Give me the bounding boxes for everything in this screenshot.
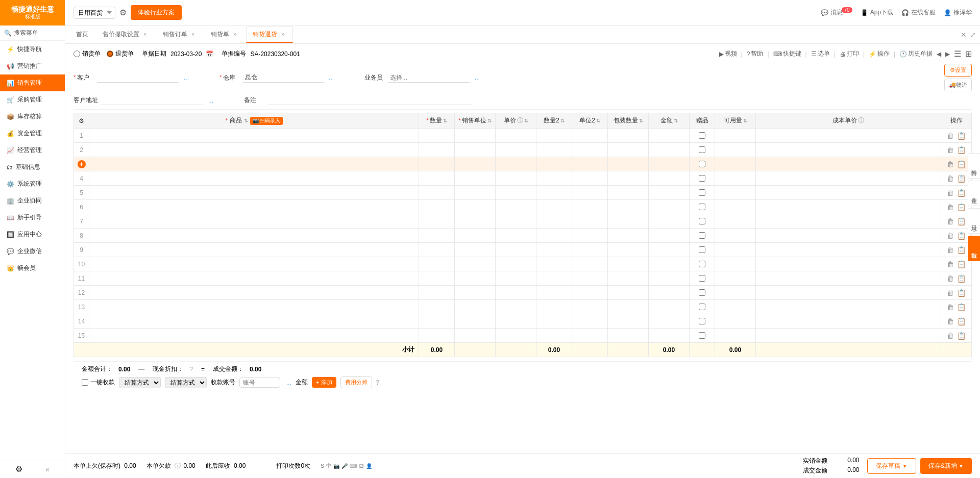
delete-icon[interactable]: 🗑 [947, 232, 954, 240]
price-info-icon[interactable]: ⓘ [517, 116, 523, 125]
maximize-window-icon[interactable]: ⤢ [970, 31, 976, 39]
available-cell[interactable] [715, 129, 756, 143]
sort-product-icon[interactable]: ⇅ [244, 118, 248, 123]
calc-method-select[interactable]: 结算方式 [165, 377, 207, 388]
tab-sales-close[interactable]: × [231, 31, 238, 38]
remarks-input[interactable] [267, 95, 472, 105]
gift-checkbox[interactable] [699, 246, 705, 253]
save-draft-btn[interactable]: 保存草稿 ▼ [867, 458, 916, 474]
config-icon[interactable]: ⚙ [79, 117, 84, 124]
delete-icon[interactable]: 🗑 [947, 160, 954, 168]
account-dots-btn[interactable]: ... [286, 379, 291, 386]
unit2-cell-active[interactable] [572, 157, 608, 171]
qty2-cell[interactable] [536, 129, 572, 143]
delete-icon[interactable]: 🗑 [947, 174, 954, 183]
tab-sales-order[interactable]: 销售订单 × [156, 27, 203, 42]
help-btn[interactable]: ? 帮助 [747, 49, 764, 58]
sidebar-item-enterprise[interactable]: 🏢 企业协同 [0, 192, 65, 209]
sidebar-item-system[interactable]: ⚙️ 系统管理 [0, 175, 65, 192]
cost-price-cell-active[interactable] [756, 157, 941, 171]
copy-icon[interactable]: 📋 [957, 289, 966, 297]
gift-checkbox[interactable] [699, 318, 705, 324]
gift-checkbox[interactable] [699, 261, 705, 267]
salesperson-input[interactable] [388, 73, 470, 83]
unit-price-cell[interactable] [496, 129, 536, 143]
delete-icon[interactable]: 🗑 [947, 332, 954, 340]
gift-checkbox[interactable] [699, 146, 705, 153]
copy-icon[interactable]: 📋 [957, 146, 966, 154]
video-btn[interactable]: ▶ 视频 [719, 49, 737, 58]
prev-btn[interactable]: ◀ [937, 51, 941, 58]
qty2-cell-active[interactable] [536, 157, 572, 171]
unit-price-cell-active[interactable] [496, 157, 536, 171]
delete-icon[interactable]: 🗑 [947, 132, 954, 140]
add-row-btn[interactable]: + [78, 160, 86, 168]
industry-select[interactable]: 日用百货 [74, 7, 115, 19]
copy-icon[interactable]: 📋 [957, 232, 966, 240]
amount-cell[interactable] [649, 143, 690, 157]
sort-quantity-icon[interactable]: ⇅ [443, 118, 447, 123]
app-download-item[interactable]: 📱 App下载 [861, 8, 893, 17]
copy-icon[interactable]: 📋 [957, 174, 966, 183]
delete-icon[interactable]: 🗑 [947, 189, 954, 197]
copy-icon[interactable]: 📋 [957, 246, 966, 254]
qty2-cell[interactable] [536, 143, 572, 157]
shortcuts-btn[interactable]: ⌨ 快捷键 [773, 49, 801, 58]
cost-price-cell[interactable] [756, 129, 941, 143]
warehouse-input[interactable] [243, 73, 324, 83]
gift-checkbox[interactable] [699, 132, 705, 139]
calendar-icon[interactable]: 📅 [206, 51, 213, 58]
sort-amount-icon[interactable]: ⇅ [674, 118, 678, 123]
delete-icon[interactable]: 🗑 [947, 289, 954, 297]
remarks-panel-btn[interactable]: 备注 [968, 181, 980, 206]
sort-unit2-icon[interactable]: ⇅ [596, 118, 600, 123]
settings-icon[interactable]: ⚙ [15, 464, 22, 474]
tab-price-extract-close[interactable]: × [141, 31, 149, 38]
settings-btn[interactable]: ⚙ 设置 [944, 64, 972, 77]
tab-sales-order-close[interactable]: × [189, 31, 197, 38]
close-window-icon[interactable]: ✕ [961, 31, 967, 39]
sidebar-item-marketing[interactable]: 📢 营销推广 [0, 58, 65, 74]
product-input-active[interactable] [91, 160, 416, 168]
sales-unit-cell[interactable] [455, 143, 496, 157]
product-cell[interactable] [89, 129, 419, 143]
tab-return[interactable]: 销货退货 × [246, 27, 293, 43]
gift-checkbox[interactable] [699, 304, 705, 310]
copy-icon[interactable]: 📋 [957, 317, 966, 325]
log-panel-btn[interactable]: 日志 [968, 208, 980, 234]
delete-icon[interactable]: 🗑 [947, 217, 954, 225]
gift-checkbox[interactable] [699, 189, 705, 196]
sort-price-icon[interactable]: ⇅ [524, 118, 528, 123]
product-cell-active[interactable] [89, 157, 419, 171]
delete-icon[interactable]: 🗑 [947, 317, 954, 325]
sidebar-item-shortcuts[interactable]: ⚡ 快捷导航 [0, 41, 65, 58]
cost-price-cell[interactable] [756, 143, 941, 157]
user-item[interactable]: 👤 徐泽华 [944, 8, 972, 17]
copy-icon[interactable]: 📋 [957, 203, 966, 211]
select-btn[interactable]: ☰ 选单 [811, 49, 830, 58]
address-input[interactable] [101, 95, 203, 105]
tab-sales[interactable]: 销货单 × [204, 27, 245, 42]
unit2-cell[interactable] [572, 143, 608, 157]
operate-btn[interactable]: ⚡ 操作 [869, 49, 890, 58]
settlement-select[interactable]: 结算方式 [119, 377, 161, 388]
tab-price-extract[interactable]: 售价提取设置 × [96, 27, 155, 42]
copy-icon[interactable]: 📋 [957, 217, 966, 225]
radio-return-input[interactable] [107, 51, 113, 57]
view1-btn[interactable]: ☰ [954, 49, 961, 59]
tab-home[interactable]: 首页 [69, 27, 95, 42]
copy-icon[interactable]: 📋 [957, 332, 966, 340]
available-cell-active[interactable] [715, 157, 756, 171]
salesperson-dots-btn[interactable]: ... [475, 74, 480, 81]
radio-sales-input[interactable] [74, 51, 80, 57]
sidebar-item-purchase[interactable]: 🛒 采购管理 [0, 91, 65, 108]
gift-checkbox[interactable] [699, 232, 705, 239]
quantity-cell[interactable] [419, 129, 455, 143]
sidebar-item-operations[interactable]: 📈 经营管理 [0, 142, 65, 159]
logistics-btn[interactable]: 🚚 物流 [944, 79, 972, 91]
attachment-panel-btn[interactable]: 附件 [968, 153, 980, 179]
gift-checkbox[interactable] [699, 289, 705, 296]
gift-checkbox[interactable] [699, 275, 705, 282]
delete-icon[interactable]: 🗑 [947, 203, 954, 211]
sort-qty2-icon[interactable]: ⇅ [560, 118, 565, 123]
